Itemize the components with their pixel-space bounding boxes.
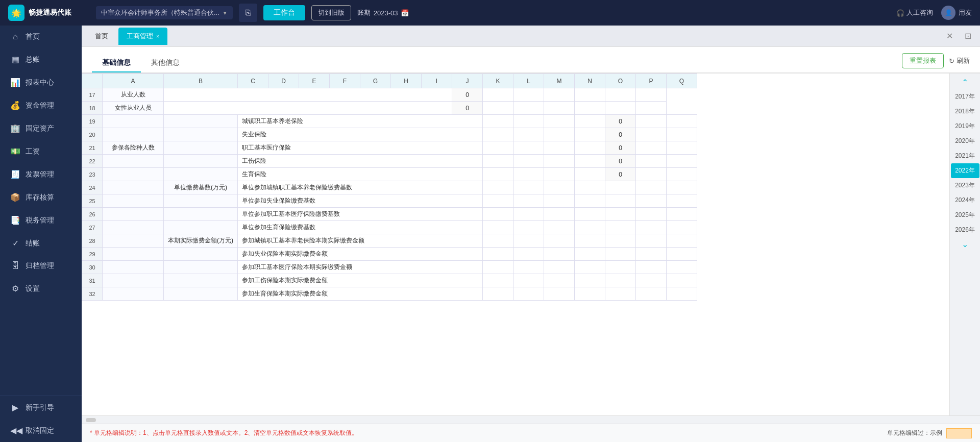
cell-p[interactable] xyxy=(636,168,667,181)
user-menu[interactable]: 👤 用友 xyxy=(941,6,972,20)
cell-n[interactable] xyxy=(575,208,605,221)
cell-c[interactable]: 参加生育保险本期实际缴费金额 xyxy=(238,287,483,301)
cell-a[interactable] xyxy=(103,287,164,301)
cell-q[interactable] xyxy=(667,287,697,301)
cell-k[interactable] xyxy=(483,168,513,181)
reset-report-button[interactable]: 重置报表 xyxy=(902,53,944,68)
cell-a[interactable] xyxy=(103,208,164,221)
copy-icon[interactable]: ⎘ xyxy=(239,4,257,22)
sidebar-item-payroll[interactable]: 💵 工资 xyxy=(0,140,82,163)
cell-b[interactable] xyxy=(164,221,238,234)
cell-o[interactable] xyxy=(575,88,605,102)
cell-b[interactable] xyxy=(164,287,238,301)
cell-k[interactable] xyxy=(483,261,513,274)
cell-n[interactable] xyxy=(575,128,605,141)
cell-b[interactable] xyxy=(164,168,238,181)
cell-o[interactable]: 0 xyxy=(605,128,636,141)
cell-q[interactable] xyxy=(667,181,697,194)
cell-l[interactable] xyxy=(513,274,544,287)
cell-c[interactable]: 单位参加生育保险缴费基数 xyxy=(238,221,483,234)
cell-l[interactable] xyxy=(513,287,544,301)
cell-p[interactable] xyxy=(605,88,636,102)
cell-a[interactable]: 从业人数 xyxy=(103,88,164,102)
sidebar-item-home[interactable]: ⌂ 首页 xyxy=(0,26,82,48)
cell-a[interactable] xyxy=(103,261,164,274)
cell-n[interactable] xyxy=(544,102,575,115)
cell-k[interactable] xyxy=(483,155,513,168)
cell-k[interactable] xyxy=(483,141,513,155)
spreadsheet-main[interactable]: A B C D E F G H I J K L xyxy=(82,73,949,415)
cell-a[interactable]: 女性从业人员 xyxy=(103,102,164,115)
cell-b[interactable] xyxy=(164,261,238,274)
cell-q[interactable] xyxy=(667,248,697,261)
window-close-icon[interactable]: ✕ xyxy=(942,29,957,43)
cell-a[interactable] xyxy=(103,194,164,208)
year-2020[interactable]: 2020年 xyxy=(951,134,979,149)
cell-a[interactable] xyxy=(103,128,164,141)
cell-n[interactable] xyxy=(575,115,605,128)
cell-q[interactable] xyxy=(667,261,697,274)
cell-q[interactable] xyxy=(667,208,697,221)
cell-q[interactable] xyxy=(636,88,667,102)
cell-o[interactable] xyxy=(605,234,636,248)
cell-k[interactable] xyxy=(483,248,513,261)
cell-m[interactable] xyxy=(544,155,575,168)
cell-a[interactable] xyxy=(103,274,164,287)
cell-m[interactable] xyxy=(544,128,575,141)
cell-m[interactable] xyxy=(544,115,575,128)
cell-m[interactable] xyxy=(544,141,575,155)
cell-c[interactable]: 参加职工基本医疗保险本期实际缴费金额 xyxy=(238,261,483,274)
company-selector[interactable]: 中审众环会计师事务所（特殊普通合伙... ▼ xyxy=(96,6,233,19)
cell-o[interactable] xyxy=(605,261,636,274)
cell-k[interactable] xyxy=(483,208,513,221)
cell-n[interactable] xyxy=(575,141,605,155)
sub-tab-other[interactable]: 其他信息 xyxy=(141,54,190,72)
cell-n[interactable] xyxy=(544,88,575,102)
cell-c[interactable]: 工伤保险 xyxy=(238,155,483,168)
cell-p[interactable] xyxy=(636,287,667,301)
sidebar-item-funds[interactable]: 💰 资金管理 xyxy=(0,94,82,117)
cell-l[interactable] xyxy=(513,168,544,181)
cell-q[interactable] xyxy=(667,128,697,141)
cell-b[interactable] xyxy=(164,115,238,128)
cell-a[interactable] xyxy=(103,155,164,168)
sidebar-item-tax[interactable]: 📑 税务管理 xyxy=(0,209,82,232)
cell-c[interactable] xyxy=(164,88,452,102)
cell-c[interactable]: 参加失业保险本期实际缴费金额 xyxy=(238,248,483,261)
cell-l[interactable] xyxy=(513,181,544,194)
cell-p[interactable] xyxy=(636,194,667,208)
cell-k[interactable] xyxy=(483,181,513,194)
cell-o[interactable] xyxy=(575,102,605,115)
cell-l[interactable] xyxy=(513,128,544,141)
year-2018[interactable]: 2018年 xyxy=(951,104,979,119)
cell-l[interactable] xyxy=(513,155,544,168)
cell-b[interactable] xyxy=(164,155,238,168)
sidebar-item-inventory[interactable]: 📦 库存核算 xyxy=(0,186,82,209)
cell-a[interactable] xyxy=(103,221,164,234)
cell-q[interactable] xyxy=(667,155,697,168)
cell-p[interactable] xyxy=(636,248,667,261)
cell-q[interactable] xyxy=(667,274,697,287)
cell-n[interactable] xyxy=(575,155,605,168)
cell-a[interactable] xyxy=(103,248,164,261)
cell-k[interactable] xyxy=(483,287,513,301)
sidebar-item-archive[interactable]: 🗄 归档管理 xyxy=(0,255,82,277)
cell-p[interactable] xyxy=(636,261,667,274)
tab-business[interactable]: 工商管理 × xyxy=(118,28,167,45)
cell-c[interactable]: 参加城镇职工基本养老保险本期实际缴费金额 xyxy=(238,234,483,248)
cell-m[interactable] xyxy=(544,287,575,301)
cell-l[interactable] xyxy=(483,88,513,102)
cell-c[interactable] xyxy=(164,102,452,115)
cell-o[interactable] xyxy=(605,248,636,261)
cell-c[interactable]: 单位参加失业保险缴费基数 xyxy=(238,194,483,208)
cell-b[interactable] xyxy=(164,208,238,221)
cell-n[interactable] xyxy=(575,194,605,208)
cell-q[interactable] xyxy=(667,115,697,128)
cell-p[interactable] xyxy=(605,102,636,115)
cell-k[interactable] xyxy=(483,115,513,128)
cell-k[interactable] xyxy=(483,221,513,234)
year-2023[interactable]: 2023年 xyxy=(951,178,979,193)
cell-l[interactable] xyxy=(513,261,544,274)
cell-o[interactable] xyxy=(605,181,636,194)
cell-p[interactable] xyxy=(636,155,667,168)
